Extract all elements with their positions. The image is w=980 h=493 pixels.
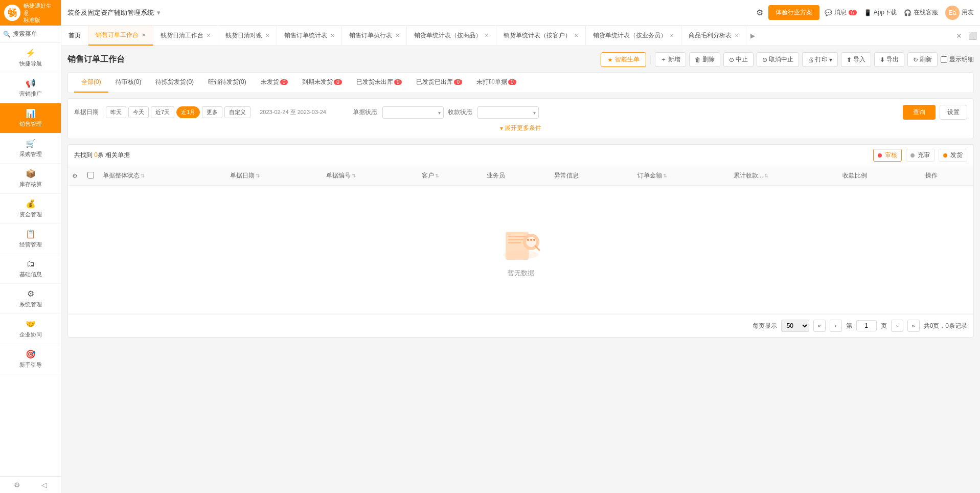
next-page-btn[interactable]: › — [891, 320, 903, 332]
filter-tab-shipped-out[interactable]: 已发货已出库0 — [409, 73, 469, 93]
tab-cash-daily[interactable]: 钱货日清工作台 ✕ — [153, 26, 218, 45]
filter-tab-pending-inspect[interactable]: 待拣货发货(0) — [148, 73, 201, 93]
refresh-btn[interactable]: ↻ 刷新 — [907, 52, 938, 67]
page-number-input[interactable] — [856, 320, 877, 331]
prev-page-btn[interactable]: ‹ — [830, 320, 842, 332]
expand-conditions-btn[interactable]: ▾ 展开更多条件 — [500, 124, 541, 132]
query-btn[interactable]: 查询 — [903, 105, 936, 120]
ship-action-btn[interactable]: 发货 — [939, 149, 967, 162]
sort-date-icon[interactable]: ⇅ — [256, 173, 260, 178]
sort-status-icon[interactable]: ⇅ — [141, 173, 145, 178]
inventory-icon: 📦 — [26, 169, 36, 178]
industry-solution-btn[interactable]: 体验行业方案 — [768, 5, 819, 20]
sort-collected-icon[interactable]: ⇅ — [764, 173, 768, 178]
tab-close-sales-order-exec[interactable]: ✕ — [395, 33, 399, 38]
tab-sales-order-exec[interactable]: 销售订单执行表 ✕ — [342, 26, 407, 45]
collapse-btn[interactable]: ◁ — [41, 481, 47, 489]
sidebar-item-operations[interactable]: 📋 经营管理 — [0, 224, 61, 254]
date-btn-1month[interactable]: 近1月 — [176, 106, 200, 118]
payment-select[interactable] — [477, 106, 539, 119]
col-ratio: 收款比例 — [838, 166, 921, 186]
cancel-review-action-btn[interactable]: 充审 — [906, 149, 935, 162]
tab-close-sales-stats-product[interactable]: ✕ — [485, 33, 489, 38]
delete-btn[interactable]: 🗑 删除 — [689, 52, 720, 67]
print-btn[interactable]: 🖨 打印 ▾ — [802, 52, 838, 67]
filter-tab-pending-review[interactable]: 待审核(0) — [108, 73, 149, 93]
status-select[interactable] — [382, 106, 444, 119]
show-detail-checkbox-label[interactable]: 显示明细 — [941, 55, 974, 64]
filter-tab-wangpu-pending[interactable]: 旺铺待发货(0) — [201, 73, 254, 93]
sidebar-item-inventory[interactable]: 📦 库存核算 — [0, 164, 61, 194]
tab-close-sales-stats-staff[interactable]: ✕ — [670, 33, 674, 38]
sidebar-item-sales[interactable]: 📊 销售管理 — [0, 103, 61, 133]
tab-close-cash-reconcile[interactable]: ✕ — [265, 33, 269, 38]
add-btn[interactable]: ＋ 新增 — [655, 52, 686, 67]
settings-btn[interactable]: 设置 — [940, 105, 967, 120]
filter-tab-all[interactable]: 全部(0) — [74, 73, 108, 93]
sort-customer-icon[interactable]: ⇅ — [435, 173, 439, 178]
tab-close-cash-daily[interactable]: ✕ — [207, 33, 211, 38]
tab-sales-order-workbench[interactable]: 销售订单工作台 ✕ — [88, 26, 153, 46]
sidebar-item-marketing[interactable]: 📢 营销推广 — [0, 73, 61, 103]
select-all-checkbox[interactable] — [87, 172, 94, 178]
last-page-btn[interactable]: » — [907, 320, 920, 332]
cancel-stop-btn[interactable]: ⊙ 取消中止 — [757, 52, 799, 67]
sidebar-item-finance[interactable]: 💰 资金管理 — [0, 194, 61, 224]
review-action-btn[interactable]: 审核 — [873, 149, 902, 162]
tab-sales-stats-product[interactable]: 销货单统计表（按商品） ✕ — [407, 26, 496, 45]
tab-close-sales-order-workbench[interactable]: ✕ — [142, 32, 146, 38]
col-checkbox[interactable] — [83, 166, 99, 186]
sidebar-item-purchase[interactable]: 🛒 采购管理 — [0, 133, 61, 164]
tabbar-more-btn[interactable]: ▶ — [746, 32, 759, 39]
tab-sales-stats-customer[interactable]: 销货单统计表（按客户） ✕ — [496, 26, 586, 45]
filter-tab-shipped-not-in[interactable]: 已发货未出库0 — [349, 73, 409, 93]
filter-tab-not-printed[interactable]: 未打印单据0 — [469, 73, 523, 93]
date-btn-7days[interactable]: 近7天 — [151, 106, 174, 118]
tab-close-product-margin[interactable]: ✕ — [735, 33, 739, 38]
search-menu[interactable]: 🔍 搜索菜单 — [0, 26, 61, 43]
tab-close-sales-order-stats[interactable]: ✕ — [330, 33, 334, 38]
show-detail-checkbox[interactable] — [941, 56, 947, 63]
sort-amount-icon[interactable]: ⇅ — [663, 173, 667, 178]
date-btn-yesterday[interactable]: 昨天 — [106, 106, 126, 118]
filter-tab-not-shipped[interactable]: 未发货0 — [254, 73, 295, 93]
sort-number-icon[interactable]: ⇅ — [352, 173, 356, 178]
export-btn[interactable]: ⬇ 导出 — [874, 52, 904, 67]
settings-bottom-btn[interactable]: ⚙ — [14, 481, 20, 489]
sidebar-item-quick-nav[interactable]: ⚡ 快捷导航 — [0, 43, 61, 73]
online-service-btn[interactable]: 🎧 在线客服 — [904, 8, 938, 17]
tab-product-margin[interactable]: 商品毛利分析表 ✕ — [681, 26, 746, 45]
tab-sales-order-stats[interactable]: 销售订单统计表 ✕ — [277, 26, 342, 45]
date-btn-today[interactable]: 今天 — [128, 106, 149, 118]
per-page-select[interactable]: 10 20 50 100 — [781, 320, 809, 332]
message-btn[interactable]: 💬 消息 6 — [825, 8, 857, 17]
sidebar-item-base-info[interactable]: 🗂 基础信息 — [0, 254, 61, 284]
tab-close-all-btn[interactable]: ✕ — [953, 32, 965, 40]
date-btn-more[interactable]: 更多 — [202, 106, 222, 118]
empty-state-row: 暂无数据 — [68, 186, 973, 314]
headset-icon: 🎧 — [904, 9, 911, 16]
smart-order-btn[interactable]: ★ 智能生单 — [601, 52, 646, 67]
stop-btn[interactable]: ⊙ 中止 — [723, 52, 754, 67]
purchase-icon: 🛒 — [26, 139, 36, 148]
col-settings[interactable]: ⚙ — [68, 166, 83, 186]
tab-close-sales-stats-customer[interactable]: ✕ — [574, 33, 578, 38]
sidebar-item-enterprise[interactable]: 🤝 企业协同 — [0, 314, 61, 344]
sidebar-item-guide[interactable]: 🎯 新手引导 — [0, 344, 61, 374]
tab-cash-reconcile[interactable]: 钱货日清对账 ✕ — [218, 26, 277, 45]
tab-home[interactable]: 首页 — [61, 26, 88, 45]
topbar-settings-icon[interactable]: ⚙ — [756, 8, 763, 17]
import-btn[interactable]: ⬆ 导入 — [841, 52, 871, 67]
tab-sales-stats-staff[interactable]: 销货单统计表（按业务员） ✕ — [586, 26, 681, 45]
app-download-btn[interactable]: 📱 App下载 — [864, 8, 897, 17]
filter-tab-expired-not-shipped[interactable]: 到期未发货0 — [295, 73, 349, 93]
message-icon: 💬 — [825, 9, 832, 16]
sidebar-item-system[interactable]: ⚙ 系统管理 — [0, 284, 61, 314]
user-menu[interactable]: Ea 用友 — [945, 6, 974, 20]
first-page-btn[interactable]: « — [813, 320, 826, 332]
topbar-dropdown-icon[interactable]: ▾ — [157, 9, 161, 16]
sidebar-bottom: ⚙ ◁ — [0, 476, 61, 493]
status-select-wrap — [382, 106, 444, 119]
date-btn-custom[interactable]: 自定义 — [224, 106, 250, 118]
tab-restore-btn[interactable]: ⬜ — [965, 32, 980, 40]
